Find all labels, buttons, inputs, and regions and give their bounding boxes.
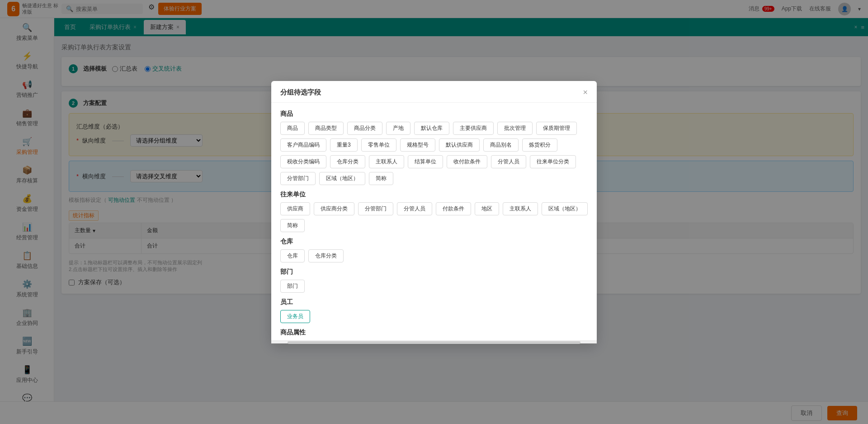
chip-主联系人[interactable]: 主联系人 — [369, 155, 404, 168]
chip-客户商品编码[interactable]: 客户商品编码 — [280, 138, 326, 152]
section-dept-title: 部门 — [280, 268, 588, 276]
chip-简称[interactable]: 简称 — [369, 172, 393, 185]
chip-仓库[interactable]: 仓库 — [280, 249, 305, 262]
chip-付款条件[interactable]: 付款条件 — [436, 202, 471, 215]
chip-结算单位[interactable]: 结算单位 — [408, 155, 443, 168]
chip-保质期管理[interactable]: 保质期管理 — [536, 122, 577, 135]
field-select-modal: 分组待选字段 × 商品 商品 商品类型 商品分类 产地 默认仓库 主要供应商 批… — [271, 81, 597, 343]
chip-分管人员[interactable]: 分管人员 — [491, 155, 526, 168]
chip-零售单位[interactable]: 零售单位 — [361, 138, 396, 152]
section-goods-attr-title: 商品属性 — [280, 329, 588, 337]
chip-规格型号[interactable]: 规格型号 — [400, 138, 435, 152]
section-dept-chips: 部门 — [280, 280, 588, 293]
chip-简称2[interactable]: 简称 — [280, 219, 305, 232]
chip-供应商分类[interactable]: 供应商分类 — [314, 202, 354, 215]
section-employee-chips: 业务员 — [280, 310, 588, 323]
chip-商品[interactable]: 商品 — [280, 122, 305, 135]
section-warehouse-chips: 仓库 仓库分类 — [280, 249, 588, 262]
chip-分管部门2[interactable]: 分管部门 — [358, 202, 393, 215]
chip-产地[interactable]: 产地 — [386, 122, 410, 135]
chip-分管部门[interactable]: 分管部门 — [280, 172, 316, 185]
chip-商品分类[interactable]: 商品分类 — [347, 122, 382, 135]
chip-默认供应商[interactable]: 默认供应商 — [439, 138, 480, 152]
section-goods-chips: 商品 商品类型 商品分类 产地 默认仓库 主要供应商 批次管理 保质期管理 客户… — [280, 122, 588, 185]
chip-商品类型[interactable]: 商品类型 — [308, 122, 344, 135]
chip-商品别名[interactable]: 商品别名 — [483, 138, 519, 152]
section-employee-title: 员工 — [280, 298, 588, 306]
section-warehouse-title: 仓库 — [280, 238, 588, 246]
chip-区域地区[interactable]: 区域（地区） — [319, 172, 365, 185]
chip-炼货积分[interactable]: 炼货积分 — [522, 138, 557, 152]
chip-部门[interactable]: 部门 — [280, 280, 305, 293]
chip-供应商[interactable]: 供应商 — [280, 202, 310, 215]
section-partner-title: 往来单位 — [280, 191, 588, 199]
chip-业务员[interactable]: 业务员 — [280, 310, 310, 323]
modal-hscroll-thumb — [288, 341, 580, 344]
chip-批次管理[interactable]: 批次管理 — [497, 122, 533, 135]
chip-仓库分类[interactable]: 仓库分类 — [330, 155, 365, 168]
chip-仓库分类2[interactable]: 仓库分类 — [308, 249, 344, 262]
chip-地区[interactable]: 地区 — [475, 202, 499, 215]
modal-header: 分组待选字段 × — [271, 81, 597, 103]
chip-分管人员2[interactable]: 分管人员 — [397, 202, 432, 215]
modal-overlay[interactable]: 分组待选字段 × 商品 商品 商品类型 商品分类 产地 默认仓库 主要供应商 批… — [0, 0, 868, 424]
modal-body: 商品 商品 商品类型 商品分类 产地 默认仓库 主要供应商 批次管理 保质期管理… — [271, 103, 597, 340]
chip-重量3[interactable]: 重量3 — [330, 138, 358, 152]
chip-主联系人2[interactable]: 主联系人 — [503, 202, 538, 215]
section-partner-chips: 供应商 供应商分类 分管部门 分管人员 付款条件 地区 主联系人 区域（地区） … — [280, 202, 588, 232]
modal-horizontal-scrollbar[interactable] — [271, 340, 597, 343]
chip-主要供应商[interactable]: 主要供应商 — [453, 122, 494, 135]
section-goods-title: 商品 — [280, 110, 588, 118]
chip-收付款条件[interactable]: 收付款条件 — [447, 155, 487, 168]
modal-close-button[interactable]: × — [583, 88, 588, 96]
chip-往来单位分类[interactable]: 往来单位分类 — [530, 155, 576, 168]
chip-区域地区2[interactable]: 区域（地区） — [542, 202, 588, 215]
chip-税收分类编码[interactable]: 税收分类编码 — [280, 155, 326, 168]
chip-默认仓库[interactable]: 默认仓库 — [414, 122, 449, 135]
modal-title: 分组待选字段 — [280, 88, 321, 97]
